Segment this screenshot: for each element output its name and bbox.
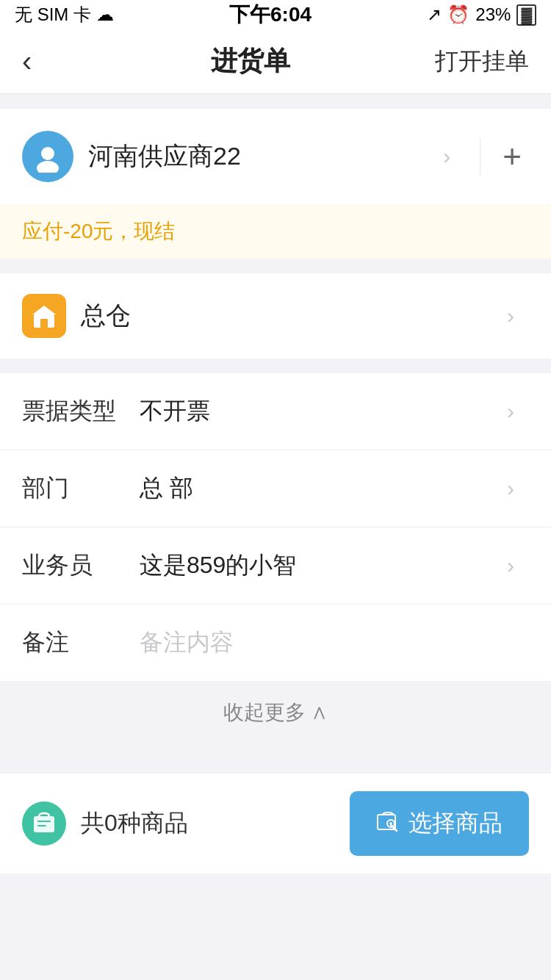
warehouse-svg-icon — [31, 303, 57, 329]
collapse-label: 收起更多 ∧ — [223, 699, 328, 727]
product-icon — [22, 801, 66, 846]
battery-level: 23% — [475, 4, 511, 25]
section-gap-3 — [0, 744, 551, 759]
svg-point-1 — [37, 161, 59, 173]
alarm-icon: ⏰ — [447, 4, 469, 25]
svg-marker-3 — [32, 306, 56, 314]
supplier-name: 河南供应商22 — [88, 140, 443, 173]
collapse-button[interactable]: 收起更多 ∧ — [0, 681, 551, 744]
form-section: 票据类型 不开票 › 部门 总 部 › 业务员 这是859的小智 › 备注 备注… — [0, 373, 551, 681]
supplier-row[interactable]: 河南供应商22 › + — [0, 109, 551, 204]
section-gap-1 — [0, 94, 551, 109]
back-button[interactable]: ‹ — [22, 45, 66, 78]
remark-input[interactable]: 备注内容 — [140, 627, 529, 659]
location-icon: ↗ — [427, 4, 442, 25]
product-count: 共0种商品 — [81, 807, 335, 840]
supplier-section: 河南供应商22 › + 应付-20元，现结 — [0, 109, 551, 259]
salesperson-label: 业务员 — [22, 550, 125, 582]
battery-icon: ▓ — [516, 4, 536, 26]
ticket-type-chevron-icon: › — [507, 399, 514, 424]
salesperson-chevron-icon: › — [507, 553, 514, 578]
department-row[interactable]: 部门 总 部 › — [0, 450, 551, 527]
warehouse-chevron-icon: › — [507, 303, 514, 328]
status-bar: 无 SIM 卡 ☁ 下午6:04 ↗ ⏰ 23% ▓ — [0, 0, 551, 29]
department-value: 总 部 — [140, 472, 507, 505]
supplier-divider — [480, 138, 480, 175]
status-right: ↗ ⏰ 23% ▓ — [427, 4, 536, 26]
section-gap-2 — [0, 259, 551, 273]
supplier-avatar — [22, 131, 73, 182]
sim-signal: 无 SIM 卡 ☁ — [15, 3, 114, 26]
salesperson-value: 这是859的小智 — [140, 550, 507, 582]
svg-point-0 — [41, 147, 54, 160]
svg-rect-7 — [37, 825, 46, 826]
svg-rect-6 — [37, 821, 51, 822]
department-chevron-icon: › — [507, 476, 514, 501]
salesperson-row[interactable]: 业务员 这是859的小智 › — [0, 527, 551, 605]
add-supplier-button[interactable]: + — [495, 138, 529, 175]
ticket-type-row[interactable]: 票据类型 不开票 › — [0, 373, 551, 450]
open-pending-button[interactable]: 打开挂单 — [435, 46, 529, 78]
ticket-type-label: 票据类型 — [22, 395, 125, 428]
product-svg-icon — [31, 810, 57, 837]
avatar-icon — [32, 140, 64, 173]
select-product-label: 选择商品 — [408, 807, 503, 840]
page-title: 进货单 — [211, 43, 290, 79]
status-left: 无 SIM 卡 ☁ — [15, 3, 114, 26]
nav-bar: ‹ 进货单 打开挂单 — [0, 29, 551, 94]
notice-banner: 应付-20元，现结 — [0, 204, 551, 259]
remark-row[interactable]: 备注 备注内容 — [0, 605, 551, 681]
remark-label: 备注 — [22, 627, 125, 659]
warehouse-section: 总仓 › — [0, 273, 551, 359]
status-time: 下午6:04 — [229, 1, 311, 29]
select-product-button[interactable]: 选择商品 — [350, 791, 529, 856]
department-label: 部门 — [22, 472, 125, 505]
svg-rect-5 — [34, 816, 54, 832]
supplier-chevron-icon: › — [443, 144, 450, 169]
page-background — [0, 873, 551, 980]
warehouse-name: 总仓 — [81, 299, 507, 333]
select-product-icon — [376, 812, 400, 835]
product-bar: 共0种商品 选择商品 — [0, 774, 551, 873]
ticket-type-value: 不开票 — [140, 395, 507, 428]
warehouse-icon — [22, 294, 66, 338]
svg-rect-4 — [40, 319, 48, 328]
warehouse-row[interactable]: 总仓 › — [0, 273, 551, 359]
